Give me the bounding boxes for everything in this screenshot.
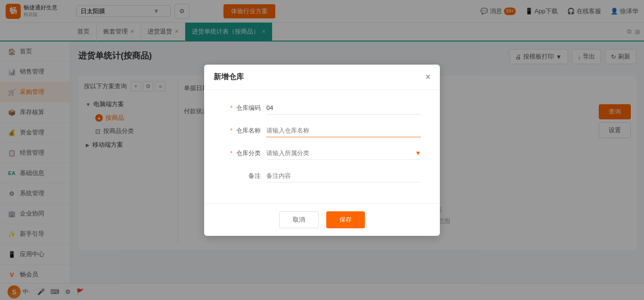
- category-label-wrap: * 仓库分类: [223, 149, 261, 158]
- modal-overlay[interactable]: 新增仓库 × * 仓库编码 * 仓库名称: [0, 0, 644, 300]
- name-label-wrap: * 仓库名称: [223, 126, 261, 135]
- warehouse-code-field: * 仓库编码: [223, 101, 421, 115]
- dialog-header: 新增仓库 ×: [204, 65, 440, 90]
- cancel-button[interactable]: 取消: [279, 211, 319, 228]
- warehouse-name-input[interactable]: [266, 124, 421, 137]
- code-label-wrap: * 仓库编码: [223, 104, 261, 112]
- note-label: 备注: [248, 172, 261, 179]
- dialog-title: 新增仓库: [214, 72, 244, 82]
- new-warehouse-dialog: 新增仓库 × * 仓库编码 * 仓库名称: [204, 65, 440, 236]
- name-required-star: *: [230, 127, 232, 134]
- note-label-wrap: 备注: [223, 172, 261, 180]
- code-label: 仓库编码: [236, 104, 261, 111]
- dialog-footer: 取消 保存: [204, 203, 440, 236]
- dialog-close-button[interactable]: ×: [425, 73, 430, 81]
- category-label: 仓库分类: [236, 150, 261, 157]
- dialog-body: * 仓库编码 * 仓库名称 * 仓库分类: [204, 90, 440, 203]
- warehouse-category-field: * 仓库分类 ▼: [223, 147, 421, 160]
- warehouse-note-field: 备注: [223, 169, 421, 183]
- name-label: 仓库名称: [236, 127, 261, 134]
- category-select-input[interactable]: [266, 147, 415, 159]
- category-dropdown-icon[interactable]: ▼: [415, 150, 421, 157]
- warehouse-code-input[interactable]: [266, 101, 421, 115]
- save-button[interactable]: 保存: [326, 211, 365, 228]
- warehouse-name-field: * 仓库名称: [223, 124, 421, 137]
- category-select-wrap: ▼: [266, 147, 421, 160]
- warehouse-note-input[interactable]: [266, 169, 421, 183]
- code-required-star: *: [230, 104, 232, 111]
- category-required-star: *: [230, 150, 232, 157]
